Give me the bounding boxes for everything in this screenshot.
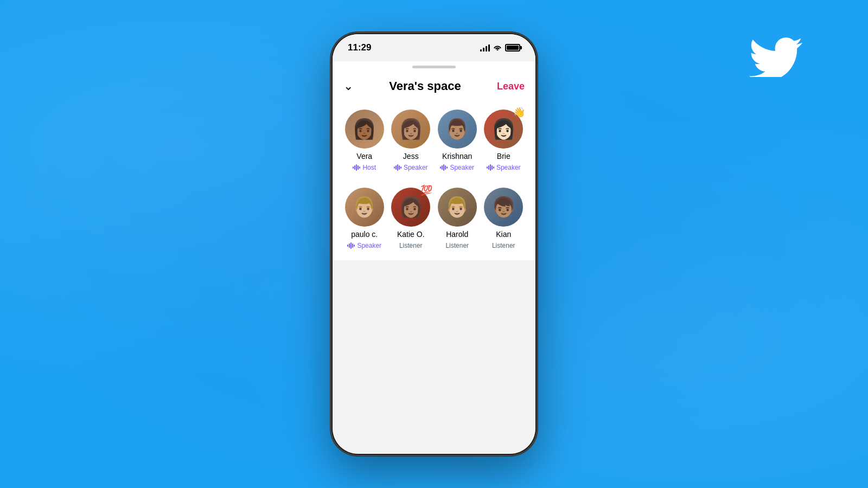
svg-rect-24 — [354, 245, 355, 247]
svg-rect-1 — [354, 165, 355, 170]
avatar-wrapper-katie: 👩🏽 💯 — [391, 188, 430, 227]
participant-krishnan[interactable]: 👨🏽 Krishnan Speaker — [435, 110, 480, 171]
participant-harold[interactable]: 👨🏼 Harold Listener — [435, 188, 480, 249]
avatar-kian: 👦🏽 — [484, 188, 523, 227]
participant-name-krishnan: Krishnan — [442, 152, 472, 160]
participant-role-krishnan: Speaker — [440, 164, 474, 171]
participant-vera[interactable]: 👩🏾 Vera Host — [342, 110, 387, 171]
role-label-katie: Listener — [399, 242, 423, 249]
svg-rect-18 — [492, 165, 493, 170]
space-title: Vera's space — [389, 79, 461, 93]
status-icons — [480, 44, 520, 52]
participant-katie[interactable]: 👩🏽 💯 Katie O. Listener — [389, 188, 433, 249]
participant-name-katie: Katie O. — [397, 230, 425, 239]
svg-rect-11 — [442, 165, 443, 170]
avatar-wrapper-harold: 👨🏼 — [438, 188, 477, 227]
status-bar: 11:29 — [333, 34, 535, 61]
svg-rect-5 — [394, 166, 395, 169]
svg-rect-23 — [352, 243, 353, 248]
participant-role-katie: Listener — [399, 242, 423, 249]
svg-rect-17 — [490, 164, 491, 171]
svg-rect-6 — [395, 165, 397, 170]
avatar-jess: 👩🏽 — [391, 110, 430, 149]
role-label-brie: Speaker — [496, 164, 521, 171]
participant-name-vera: Vera — [356, 152, 372, 160]
leave-button[interactable]: Leave — [497, 81, 525, 92]
svg-rect-20 — [347, 245, 348, 247]
app-content: ⌄ Vera's space Leave 👩🏾 Vera Host — [333, 70, 535, 260]
participant-jess[interactable]: 👩🏽 Jess Speaker — [389, 110, 433, 171]
svg-rect-3 — [358, 165, 359, 170]
participant-role-harold: Listener — [445, 242, 469, 249]
participant-role-brie: Speaker — [487, 164, 521, 171]
app-header: ⌄ Vera's space Leave — [333, 70, 535, 99]
svg-rect-19 — [493, 166, 494, 169]
avatar-wrapper-vera: 👩🏾 — [345, 110, 384, 149]
svg-rect-9 — [400, 166, 401, 169]
avatar-wrapper-brie: 👩🏻 👋 — [484, 110, 523, 149]
chevron-down-icon[interactable]: ⌄ — [343, 79, 353, 93]
home-indicator-top — [333, 61, 535, 70]
svg-rect-22 — [350, 242, 352, 249]
svg-rect-4 — [359, 166, 360, 169]
svg-rect-16 — [488, 165, 489, 170]
status-time: 11:29 — [348, 42, 371, 53]
avatar-wrapper-jess: 👩🏽 — [391, 110, 430, 149]
avatar-krishnan: 👨🏽 — [438, 110, 477, 149]
role-label-kian: Listener — [492, 242, 515, 249]
participant-name-jess: Jess — [403, 152, 419, 160]
avatar-vera: 👩🏾 — [345, 110, 384, 149]
participant-name-brie: Brie — [497, 152, 510, 160]
participant-role-vera: Host — [353, 164, 376, 171]
participants-grid: 👩🏾 Vera Host 👩🏽 Jess Speaker — [338, 110, 530, 249]
svg-rect-0 — [353, 166, 354, 169]
avatar-wrapper-kian: 👦🏽 — [484, 188, 523, 227]
avatar-harold: 👨🏼 — [438, 188, 477, 227]
svg-rect-10 — [440, 166, 441, 169]
participant-name-paulo: paulo c. — [351, 230, 378, 239]
svg-rect-12 — [443, 164, 444, 171]
signal-bars-icon — [480, 44, 490, 52]
role-label-krishnan: Speaker — [450, 164, 474, 171]
avatar-wrapper-krishnan: 👨🏽 — [438, 110, 477, 149]
role-label-paulo: Speaker — [357, 242, 381, 249]
emoji-badge-katie: 💯 — [420, 185, 432, 195]
participant-brie[interactable]: 👩🏻 👋 Brie Speaker — [482, 110, 526, 171]
avatar-paulo: 👨🏼 — [345, 188, 384, 227]
svg-rect-7 — [397, 164, 398, 171]
svg-rect-13 — [445, 165, 446, 170]
participant-name-kian: Kian — [496, 230, 511, 239]
role-label-jess: Speaker — [404, 164, 428, 171]
role-label-harold: Listener — [445, 242, 469, 249]
phone-frame: 11:29 — [331, 33, 537, 455]
participant-paulo[interactable]: 👨🏼 paulo c. Speaker — [342, 188, 387, 249]
participants-section: 👩🏾 Vera Host 👩🏽 Jess Speaker — [333, 99, 535, 260]
battery-icon — [505, 44, 520, 52]
svg-rect-2 — [356, 164, 357, 171]
phone-screen: 11:29 — [333, 34, 535, 454]
participant-name-harold: Harold — [446, 230, 468, 239]
participant-role-paulo: Speaker — [347, 242, 381, 249]
wifi-icon — [493, 44, 502, 52]
svg-rect-15 — [487, 166, 488, 169]
participant-role-kian: Listener — [492, 242, 515, 249]
svg-rect-21 — [349, 243, 350, 248]
participant-kian[interactable]: 👦🏽 Kian Listener — [482, 188, 526, 249]
participant-role-jess: Speaker — [394, 164, 428, 171]
emoji-badge-brie: 👋 — [513, 107, 525, 117]
role-label-vera: Host — [362, 164, 376, 171]
avatar-wrapper-paulo: 👨🏼 — [345, 188, 384, 227]
svg-rect-14 — [446, 166, 448, 169]
twitter-logo — [749, 33, 803, 77]
svg-rect-8 — [399, 165, 400, 170]
